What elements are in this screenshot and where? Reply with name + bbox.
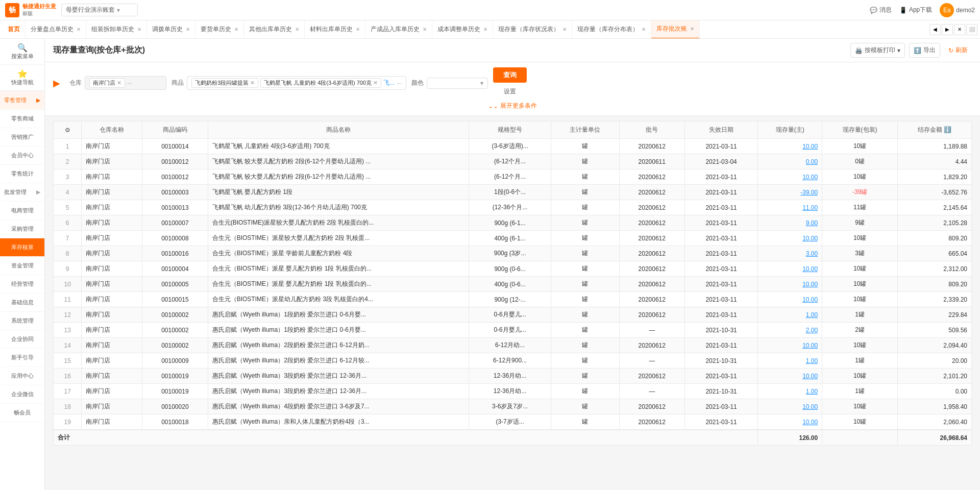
warehouse-more-btn[interactable]: ··· [127, 80, 132, 87]
cell-expire: 2021-03-11 [685, 261, 758, 277]
company-select[interactable]: 母婴行业演示账套 ▾ [61, 4, 138, 16]
cell-warehouse: 南岸门店 [82, 185, 142, 200]
tab-chancheng[interactable]: 产成品入库单历史 ✕ [365, 20, 432, 39]
tab-zuzhuang[interactable]: 组装拆卸单历史 ✕ [86, 20, 147, 39]
main-layout: 🔍 搜索菜单 ⭐ 快捷导航 零售管理 ▶ 零售商城 营销推广 会员中心 零售统计… [0, 39, 980, 490]
tab-cailiao[interactable]: 材料出库单历史 ✕ [305, 20, 365, 39]
sidebar-item-qiyeweixin[interactable]: 企业微信 [0, 385, 44, 404]
sidebar-item-caigou[interactable]: 采购管理 [0, 220, 44, 238]
tab-xiancunl-kuzhuang[interactable]: 现存量（库存状况表） ✕ [493, 20, 572, 39]
warehouse-tag[interactable]: 南岸门店 ✕ [89, 78, 125, 88]
close-icon[interactable]: ✕ [642, 27, 646, 32]
product-tag-group[interactable]: 飞鹤奶粉3段闷罐提装 ✕ 飞鹤星飞帆 儿童奶粉 4段(3-6岁适用) 700克 … [187, 76, 406, 90]
product-tag-more[interactable]: 飞... [383, 79, 395, 87]
sidebar-item-pifa[interactable]: 批发管理 ▶ [0, 183, 44, 202]
sidebar-item-jichu[interactable]: 基础信息 [0, 293, 44, 312]
th-code: 商品编码 [142, 121, 208, 139]
footer-label: 合计 [54, 430, 758, 446]
settings-btn[interactable]: 设置 [493, 85, 527, 99]
cell-batch: 20200612 [619, 169, 685, 185]
remove-warehouse-tag-btn[interactable]: ✕ [117, 80, 121, 86]
query-btn[interactable]: 查询 [493, 67, 527, 83]
cell-name: 合生元（BIOSTIME）派星 婴儿配方奶粉 1段 乳核蛋白的... [208, 277, 469, 292]
cell-name: 惠氏启赋（Wyeth illuma）3段奶粉 爱尔兰进口 12-36月... [208, 369, 469, 384]
sidebar-item-xinshou[interactable]: 新手引导 [0, 349, 44, 367]
sidebar-item-qiye[interactable]: 企业协同 [0, 330, 44, 349]
cell-unit: 罐 [551, 139, 619, 154]
user-info[interactable]: Ea demo2 [940, 3, 975, 17]
close-icon[interactable]: ✕ [423, 27, 427, 32]
cell-no: 7 [54, 231, 82, 246]
sidebar-quick[interactable]: ⭐ 快捷导航 [0, 65, 44, 91]
nav-expand-btn[interactable]: ⬜ [966, 24, 977, 35]
cell-amount: -3,652.76 [898, 185, 972, 200]
sidebar-item-huiyuan[interactable]: 会员中心 [0, 146, 44, 165]
template-print-btn[interactable]: 🖨️ 按模板打印 ▾ [850, 43, 905, 58]
sidebar-item-xitong[interactable]: 系统管理 [0, 312, 44, 330]
close-icon[interactable]: ✕ [483, 27, 487, 32]
tab-diaob[interactable]: 调拨单历史 ✕ [147, 20, 195, 39]
tab-xiancunl-kufen[interactable]: 现存量（库存分布表） ✕ [572, 20, 651, 39]
cell-batch: 20200612 [619, 338, 685, 353]
remove-product-tag-2-btn[interactable]: ✕ [373, 80, 378, 86]
sidebar-item-shangcheng[interactable]: 零售商城 [0, 110, 44, 128]
cell-amount: 809.20 [898, 277, 972, 292]
tab-chengben[interactable]: 成本调整单历史 ✕ [432, 20, 493, 39]
close-icon[interactable]: ✕ [186, 27, 190, 32]
close-icon[interactable]: ✕ [356, 27, 360, 32]
sidebar-search[interactable]: 🔍 搜索菜单 [0, 39, 44, 65]
cell-no: 3 [54, 169, 82, 185]
close-icon[interactable]: ✕ [137, 27, 141, 32]
expand-more-btn[interactable]: ⌄⌄ 展开更多条件 [488, 102, 537, 110]
product-tag-2[interactable]: 飞鹤星飞帆 儿童奶粉 4段(3-6岁适用) 700克 ✕ [260, 78, 381, 88]
refresh-label: 刷新 [955, 46, 968, 55]
nav-prev-btn[interactable]: ◀ [929, 24, 941, 35]
tab-fenpan[interactable]: 分量盘点单历史 ✕ [26, 20, 86, 39]
close-icon[interactable]: ✕ [295, 27, 299, 32]
table-container: ⚙ 仓库名称 商品编码 商品名称 规格型号 主计量单位 批号 失效日期 现存量(… [45, 116, 980, 490]
close-icon[interactable]: ✕ [77, 27, 81, 32]
cell-spec: (3-7岁适... [469, 414, 551, 430]
message-btn[interactable]: 💬 消息 [870, 6, 892, 14]
filter-toggle-btn[interactable]: ▶ [53, 78, 60, 89]
nav-close-btn[interactable]: ✕ [954, 24, 965, 35]
sidebar-item-jingying[interactable]: 经营管理 [0, 275, 44, 293]
table-row: 10 南岸门店 00100005 合生元（BIOSTIME）派星 婴儿配方奶粉 … [54, 277, 972, 292]
close-icon[interactable]: ✕ [562, 27, 567, 32]
tab-kupici[interactable]: 库存批次账 ✕ [651, 20, 700, 39]
color-input[interactable]: ▾ [427, 78, 488, 89]
refresh-btn[interactable]: ↻ 刷新 [944, 43, 972, 57]
cell-expire: 2021-03-11 [685, 369, 758, 384]
tab-home[interactable]: 首页 [3, 20, 26, 39]
cell-batch: 20200612 [619, 246, 685, 261]
app-download-btn[interactable]: 📱 App下载 [899, 6, 932, 14]
sidebar-item-lingshou[interactable]: 零售管理 ▶ [0, 91, 44, 110]
product-tag-1[interactable]: 飞鹤奶粉3段闷罐提装 ✕ [191, 78, 258, 88]
remove-product-tag-1-btn[interactable]: ✕ [250, 80, 255, 86]
warehouse-tag-group[interactable]: 南岸门店 ✕ ··· [85, 76, 166, 90]
tab-qita[interactable]: 其他出库单历史 ✕ [244, 20, 305, 39]
cell-qty-main: 10.00 [758, 231, 822, 246]
sidebar-item-label: 畅会员 [14, 409, 31, 415]
cell-code: 00100013 [142, 200, 208, 215]
sidebar-item-lingshoutongji[interactable]: 零售统计 [0, 165, 44, 183]
cell-name: 飞鹤星飞帆 较大婴儿配方奶粉 2段(6-12个月婴幼儿适用) ... [208, 154, 469, 169]
close-icon[interactable]: ✕ [234, 27, 238, 32]
cell-name: 合生元（BIOSTIME）派星 学龄前儿童配方奶粉 4段 [208, 246, 469, 261]
th-settings[interactable]: ⚙ [54, 121, 82, 139]
product-more-btn[interactable]: ··· [397, 80, 402, 87]
cell-name: 飞鹤星飞帆 婴儿配方奶粉 1段 [208, 185, 469, 200]
sidebar-item-dianshang[interactable]: 电商管理 [0, 202, 44, 220]
close-icon[interactable]: ✕ [690, 26, 694, 32]
cell-amount: 2,339.20 [898, 292, 972, 307]
cell-unit: 罐 [551, 414, 619, 430]
sidebar-item-yingxiao[interactable]: 营销推广 [0, 128, 44, 146]
sidebar-item-kucun[interactable]: 库存核算 [0, 238, 44, 257]
sidebar-item-zijin[interactable]: 资金管理 [0, 257, 44, 275]
export-btn[interactable]: ⬆️ 导出 [909, 43, 940, 58]
nav-next-btn[interactable]: ▶ [942, 24, 953, 35]
sidebar-item-changyuanvip[interactable]: 畅会员 [0, 404, 44, 422]
tab-yaohuo[interactable]: 要货单历史 ✕ [195, 20, 244, 39]
sidebar-item-yingyong[interactable]: 应用中心 [0, 367, 44, 385]
table-row: 1 南岸门店 00100014 飞鹤星飞帆 儿童奶粉 4段(3-6岁适用) 70… [54, 139, 972, 154]
